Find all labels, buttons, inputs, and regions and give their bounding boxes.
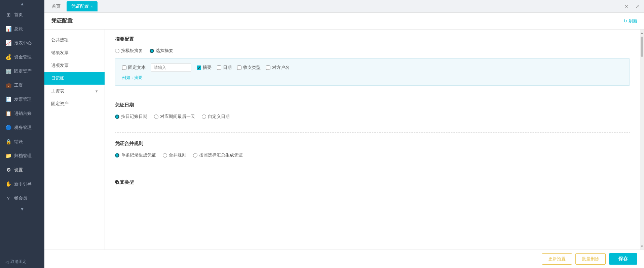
abstract-checkbox[interactable]	[197, 65, 201, 70]
voucher-date-radio-group: 按日记账日期 对应期间最后一天 自定义日期	[115, 114, 630, 120]
radio-merge-text: 合并规则	[169, 152, 186, 158]
radio-select-total-text: 按照选择汇总生成凭证	[199, 152, 243, 158]
sidebar-item-label: 畅会员	[14, 195, 27, 201]
radio-journal-date[interactable]	[115, 115, 119, 119]
radio-due-last-label[interactable]: 对应期间最后一天	[154, 114, 195, 120]
section-income-type: 收支类型	[115, 179, 630, 199]
scroll-down-arrow[interactable]: ▼	[640, 244, 644, 249]
section-abstract: 摘要配置 按模板摘要 选择摘要	[115, 36, 630, 94]
income-type-checkbox-label[interactable]: 收支类型	[237, 64, 261, 71]
window-resize-button[interactable]: ⤢	[633, 3, 641, 10]
nav-item-purchase[interactable]: 进项发票	[44, 59, 105, 72]
tab-bar: 首页 凭证配置 × ✕ ⤢	[44, 0, 644, 13]
refresh-button[interactable]: ↻ 刷新	[623, 18, 637, 24]
radio-single[interactable]	[115, 153, 119, 158]
save-button[interactable]: 保存	[609, 253, 637, 265]
other-party-checkbox[interactable]	[266, 65, 270, 70]
nav-item-journal-label: 日记账	[51, 75, 64, 81]
scroll-up-arrow[interactable]: ▲	[640, 30, 644, 35]
sidebar-item-ledger[interactable]: 📊 总账	[0, 22, 44, 36]
fixed-assets-icon: 🏢	[5, 68, 11, 74]
sidebar-item-label: 税务管理	[14, 125, 32, 131]
sidebar-item-label: 设置	[14, 167, 23, 173]
radio-due-last-text: 对应期间最后一天	[160, 114, 195, 120]
radio-select-label[interactable]: 选择摘要	[150, 48, 173, 54]
sidebar-item-settings[interactable]: ⚙ 设置	[0, 163, 44, 177]
sidebar-item-close[interactable]: 🔒 结账	[0, 135, 44, 149]
sidebar-item-funds[interactable]: 💰 资金管理	[0, 50, 44, 64]
fixed-text-checkbox[interactable]	[122, 65, 126, 70]
sidebar-item-fixed-assets[interactable]: 🏢 固定资产	[0, 64, 44, 78]
nav-item-public-label: 公共选项	[51, 37, 69, 43]
radio-due-last[interactable]	[154, 115, 158, 119]
date-checkbox[interactable]	[217, 65, 221, 70]
scrollbar-track: ▲ ▼	[640, 30, 644, 250]
nav-item-payroll-table[interactable]: 工资表 ▾	[44, 85, 105, 97]
sidebar-item-tax[interactable]: 🔵 税务管理	[0, 121, 44, 135]
nav-item-journal[interactable]: 日记账	[44, 72, 105, 85]
radio-custom-date-label[interactable]: 自定义日期	[202, 114, 230, 120]
radio-single-label[interactable]: 单条记录生成凭证	[115, 152, 156, 158]
example-text: 例如：摘要	[122, 75, 623, 81]
radio-template-label[interactable]: 按模板摘要	[115, 48, 143, 54]
radio-custom-date[interactable]	[202, 115, 206, 119]
sidebar-scroll-up[interactable]: ▲	[0, 0, 44, 8]
sidebar-item-label: 固定资产	[14, 68, 32, 74]
other-party-checkbox-label[interactable]: 对方户名	[266, 64, 290, 71]
radio-select-total[interactable]	[193, 153, 197, 158]
nav-item-sales[interactable]: 销项发票	[44, 46, 105, 59]
sidebar-item-member[interactable]: V 畅会员	[0, 191, 44, 205]
sidebar-item-archive[interactable]: 📁 归档管理	[0, 149, 44, 163]
unpin-icon: ◁	[5, 260, 8, 264]
update-preview-button[interactable]: 更新预置	[542, 253, 572, 265]
merge-rules-radio-group: 单条记录生成凭证 合并规则 按照选择汇总生成凭证	[115, 152, 630, 158]
guide-icon: ✋	[5, 181, 11, 187]
radio-select-total-label[interactable]: 按照选择汇总生成凭证	[193, 152, 243, 158]
sidebar-item-reports[interactable]: 📈 报表中心	[0, 36, 44, 50]
form-area: 摘要配置 按模板摘要 选择摘要	[105, 30, 640, 250]
radio-merge[interactable]	[163, 153, 167, 158]
sidebar-item-label: 首页	[14, 12, 23, 18]
income-type-label: 收支类型	[243, 64, 261, 71]
sidebar-item-label: 进销台账	[14, 110, 32, 117]
date-checkbox-label[interactable]: 日期	[217, 64, 232, 71]
radio-journal-date-label[interactable]: 按日记账日期	[115, 114, 147, 120]
sidebar-item-guide[interactable]: ✋ 新手引导	[0, 177, 44, 191]
sidebar-item-label: 工资	[14, 82, 23, 88]
tab-home[interactable]: 首页	[47, 1, 65, 11]
fixed-text-input[interactable]	[151, 63, 191, 72]
abstract-label: 摘要	[203, 64, 212, 71]
chevron-down-icon: ▾	[96, 89, 98, 94]
radio-select-text: 选择摘要	[156, 48, 173, 54]
nav-item-sales-label: 销项发票	[51, 50, 69, 56]
abstract-checkbox-label[interactable]: 摘要	[197, 64, 212, 71]
sidebar-item-payroll[interactable]: 💼 工资	[0, 78, 44, 92]
sidebar-item-label: 归档管理	[14, 153, 32, 159]
refresh-icon: ↻	[623, 18, 627, 24]
tab-voucher-config-label: 凭证配置	[71, 3, 89, 9]
sidebar-item-invoice[interactable]: 🧾 发票管理	[0, 92, 44, 106]
sidebar-unpin-label: 取消固定	[10, 259, 27, 265]
radio-template[interactable]	[115, 49, 119, 53]
sidebar-scroll-down[interactable]: ▼	[0, 205, 44, 213]
sidebar-item-home[interactable]: ⊞ 首页	[0, 8, 44, 22]
window-close-button[interactable]: ✕	[622, 3, 631, 10]
batch-delete-button[interactable]: 批量删除	[575, 253, 606, 265]
checkbox-row: 固定文本 摘要 日期	[122, 63, 623, 72]
date-label: 日期	[223, 64, 232, 71]
page-title: 凭证配置	[51, 17, 73, 25]
nav-item-fixed-assets[interactable]: 固定资产	[44, 97, 105, 110]
sidebar-item-purchase-sale[interactable]: 📋 进销台账	[0, 106, 44, 121]
income-type-checkbox[interactable]	[237, 65, 241, 70]
tab-close-button[interactable]: ×	[91, 4, 93, 8]
nav-item-payroll-table-label: 工资表	[51, 88, 64, 94]
sidebar-unpin-button[interactable]: ◁ 取消固定	[0, 256, 44, 268]
refresh-label: 刷新	[629, 18, 637, 24]
scrollbar-thumb[interactable]	[641, 37, 643, 57]
nav-item-public[interactable]: 公共选项	[44, 34, 105, 46]
tab-voucher-config[interactable]: 凭证配置 ×	[67, 1, 98, 11]
radio-select[interactable]	[150, 49, 154, 53]
radio-merge-label[interactable]: 合并规则	[163, 152, 186, 158]
fixed-text-checkbox-label[interactable]: 固定文本	[122, 64, 146, 71]
radio-journal-date-text: 按日记账日期	[121, 114, 147, 120]
